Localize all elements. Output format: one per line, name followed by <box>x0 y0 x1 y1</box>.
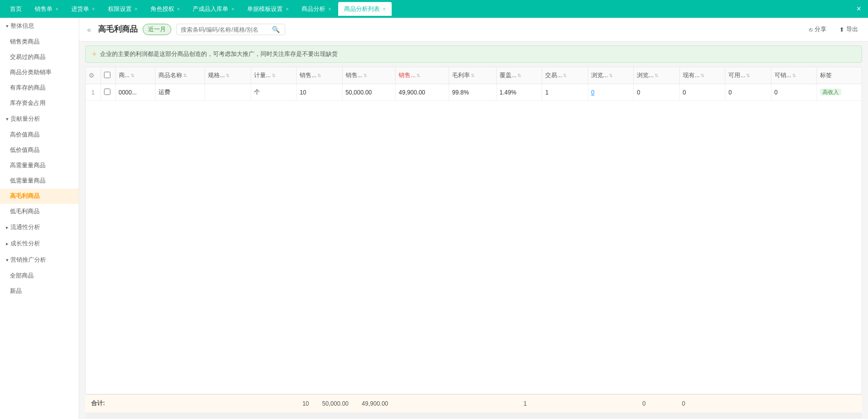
row-gross-rate: 99.8% <box>449 84 497 101</box>
col-trade[interactable]: 交易...⇅ <box>542 67 588 84</box>
content-area: « 高毛利商品 近一月 🔍 ⎋ 分享 ⬆ 导出 ✧ 企业的主要的利润都是这部分商… <box>79 18 868 419</box>
footer-total: 合计: 10 50,000.00 49,900.00 1 0 0 <box>85 394 862 412</box>
sidebar-item-all-goods[interactable]: 全部商品 <box>0 268 79 283</box>
sort-icon: ⇅ <box>746 73 750 78</box>
row-browse1[interactable]: 0 <box>588 84 634 101</box>
sidebar-item-low-freq-goods[interactable]: 低需量量商品 <box>0 173 79 188</box>
tab-product-analysis-list[interactable]: 商品分析列表 × <box>338 2 392 16</box>
sidebar-item-low-margin-goods[interactable]: 低毛利商品 <box>0 204 79 219</box>
sidebar-item-low-value-goods[interactable]: 低价值商品 <box>0 142 79 158</box>
arrow-icon: ▸ <box>6 241 8 246</box>
sort-icon: ⇅ <box>131 73 135 78</box>
row-coverage: 1.49% <box>496 84 542 101</box>
search-box: 🔍 <box>176 24 285 35</box>
row-checkbox[interactable] <box>104 89 110 95</box>
tab-purchase-order[interactable]: 进货单 × <box>65 2 101 16</box>
row-tag: 高收入 <box>817 84 862 101</box>
close-all-tabs[interactable]: × <box>854 4 864 13</box>
col-coverage[interactable]: 覆盖...⇅ <box>496 67 542 84</box>
close-tab-product-analysis-list[interactable]: × <box>383 6 386 12</box>
main-layout: ▾ 整体信息 销售类商品 交易过的商品 商品分类助销率 有库存的商品 库存资金占… <box>0 18 868 419</box>
sidebar-item-sales-goods[interactable]: 销售类商品 <box>0 34 79 49</box>
col-unit[interactable]: 计量...⇅ <box>251 67 297 84</box>
close-tab-purchase-order[interactable]: × <box>92 6 95 12</box>
footer-sales-cost: 49,900.00 <box>353 400 392 407</box>
sidebar-item-traded-goods[interactable]: 交易过的商品 <box>0 49 79 65</box>
sidebar-group-marketing-analysis[interactable]: ▾ 营销推广分析 <box>0 252 79 268</box>
browse1-link[interactable]: 0 <box>591 89 595 96</box>
close-tab-permissions[interactable]: × <box>135 6 138 12</box>
settings-icon[interactable]: ⚙ <box>89 72 95 79</box>
col-name[interactable]: 商品名称⇅ <box>155 67 205 84</box>
col-gross-rate[interactable]: 毛利率⇅ <box>449 67 497 84</box>
col-checkbox[interactable] <box>101 67 115 84</box>
row-sellable-stock: 0 <box>771 84 817 101</box>
sidebar-item-stock-occupation[interactable]: 库存资金占用 <box>0 95 79 111</box>
col-sales-cost[interactable]: 销售...⇅ <box>396 67 449 84</box>
row-checkbox-cell[interactable] <box>101 84 115 101</box>
close-tab-template[interactable]: × <box>286 6 289 12</box>
table-container: ⚙ 商...⇅ 商品名称⇅ 规格...⇅ <box>85 67 862 394</box>
sidebar-item-high-freq-goods[interactable]: 高需量量商品 <box>0 158 79 173</box>
tab-home[interactable]: 首页 <box>4 2 28 16</box>
col-spec[interactable]: 规格...⇅ <box>205 67 251 84</box>
col-browse1[interactable]: 浏览...⇅ <box>588 67 634 84</box>
footer-available-stock: 0 <box>650 400 689 407</box>
row-available-stock: 0 <box>725 84 771 101</box>
page-title: 高毛利商品 <box>98 24 138 35</box>
col-sellable-stock[interactable]: 可销...⇅ <box>771 67 817 84</box>
tab-sales-order[interactable]: 销售单 × <box>29 2 64 16</box>
sidebar-group-overall-info[interactable]: ▾ 整体信息 <box>0 18 79 34</box>
sidebar-group-wealth-analysis[interactable]: ▾ 贡献量分析 <box>0 111 79 127</box>
tab-roles[interactable]: 角色授权 × <box>145 2 186 16</box>
content-header: « 高毛利商品 近一月 🔍 ⎋ 分享 ⬆ 导出 <box>79 18 868 42</box>
row-sales-cost: 49,900.00 <box>396 84 449 101</box>
horizontal-scrollbar[interactable] <box>85 413 862 418</box>
search-icon[interactable]: 🔍 <box>272 26 280 33</box>
sidebar-item-high-margin-goods[interactable]: 高毛利商品 <box>0 188 79 204</box>
sort-icon: ⇅ <box>792 73 796 78</box>
sidebar-group-growth-analysis[interactable]: ▸ 成长性分析 <box>0 235 79 252</box>
info-text: 企业的主要的利润都是这部分商品创造的，可考虑加大推广，同时关注库存是不要出现缺货 <box>100 50 338 58</box>
col-tag[interactable]: 标签 <box>817 67 862 84</box>
close-tab-product-entry[interactable]: × <box>231 6 234 12</box>
sort-icon: ⇅ <box>563 73 567 78</box>
sort-icon: ⇅ <box>655 73 659 78</box>
sort-icon: ⇅ <box>317 73 321 78</box>
tab-template[interactable]: 单据模板设置 × <box>241 2 295 16</box>
col-current-stock[interactable]: 现有...⇅ <box>679 67 725 84</box>
top-navigation: 首页 销售单 × 进货单 × 权限设置 × 角色授权 × 产成品入库单 × 单据… <box>0 0 868 18</box>
sidebar-item-high-value-goods[interactable]: 高价值商品 <box>0 127 79 142</box>
tab-product-entry[interactable]: 产成品入库单 × <box>187 2 240 16</box>
close-tab-roles[interactable]: × <box>177 6 180 12</box>
search-input[interactable] <box>181 26 270 33</box>
sidebar-item-stocked-goods[interactable]: 有库存的商品 <box>0 80 79 95</box>
export-button[interactable]: ⬆ 导出 <box>835 23 862 36</box>
row-number: 1 <box>86 84 101 101</box>
select-all-checkbox[interactable] <box>104 72 110 78</box>
info-banner: ✧ 企业的主要的利润都是这部分商品创造的，可考虑加大推广，同时关注库存是不要出现… <box>85 46 862 63</box>
col-sales-qty[interactable]: 销售...⇅ <box>297 67 343 84</box>
row-sales-qty: 10 <box>297 84 343 101</box>
sidebar-item-goods-split-rate[interactable]: 商品分类助销率 <box>0 65 79 80</box>
share-button[interactable]: ⎋ 分享 <box>805 23 830 36</box>
filter-recent-month-button[interactable]: 近一月 <box>143 24 171 35</box>
row-trade: 1 <box>542 84 588 101</box>
col-browse2[interactable]: 浏览...⇅ <box>634 67 680 84</box>
tab-product-analysis[interactable]: 商品分析 × <box>296 2 337 16</box>
collapse-sidebar-button[interactable]: « <box>85 24 93 36</box>
col-available-stock[interactable]: 可用...⇅ <box>725 67 771 84</box>
col-code[interactable]: 商...⇅ <box>115 67 155 84</box>
col-sales-amount[interactable]: 销售...⇅ <box>342 67 396 84</box>
table-row: 1 0000... 运费 个 10 50,000.00 49,900.00 99… <box>86 84 862 101</box>
sort-icon: ⇅ <box>183 73 187 78</box>
sort-icon: ⇅ <box>226 73 230 78</box>
close-tab-sales-order[interactable]: × <box>55 6 58 12</box>
sidebar-group-flow-analysis[interactable]: ▸ 流通性分析 <box>0 219 79 235</box>
footer-sales-qty: 10 <box>273 400 313 407</box>
col-gear[interactable]: ⚙ <box>86 67 101 84</box>
close-tab-product-analysis[interactable]: × <box>328 6 331 12</box>
sidebar-item-new-goods[interactable]: 新品 <box>0 283 79 299</box>
tab-permissions[interactable]: 权限设置 × <box>102 2 144 16</box>
tag-badge: 高收入 <box>820 89 841 95</box>
